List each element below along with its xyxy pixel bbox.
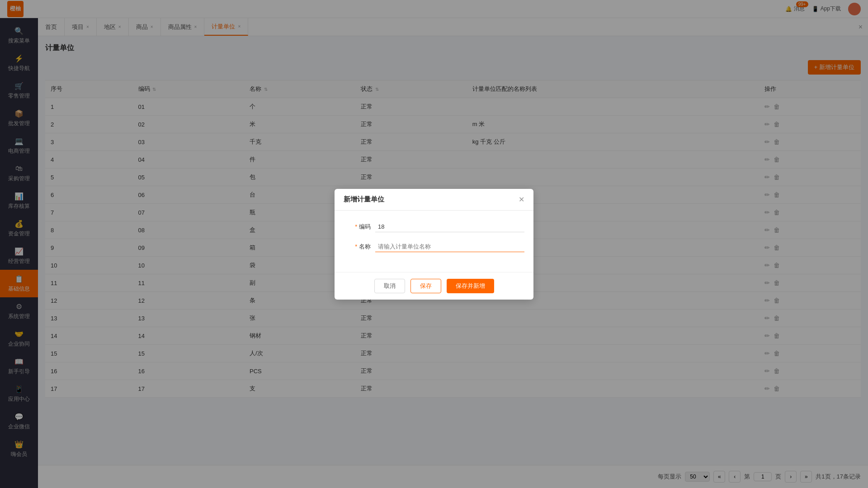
cancel-button[interactable]: 取消 [374,279,405,293]
code-input[interactable] [375,221,524,232]
modal-header: 新增计量单位 ✕ [335,189,533,211]
modal-title: 新增计量单位 [344,195,384,204]
name-label: 名称 [344,243,371,251]
modal-body: 编码 名称 [335,211,533,272]
modal-overlay[interactable]: 新增计量单位 ✕ 编码 名称 取消 保存 保存并新增 [0,0,868,488]
name-input[interactable] [375,241,524,252]
form-row-name: 名称 [344,241,524,252]
add-uom-modal: 新增计量单位 ✕ 编码 名称 取消 保存 保存并新增 [335,189,533,300]
form-row-code: 编码 [344,221,524,232]
modal-footer: 取消 保存 保存并新增 [335,272,533,300]
save-and-new-button[interactable]: 保存并新增 [447,279,494,293]
modal-close-button[interactable]: ✕ [519,195,524,204]
save-button[interactable]: 保存 [410,279,441,293]
code-label: 编码 [344,223,371,231]
